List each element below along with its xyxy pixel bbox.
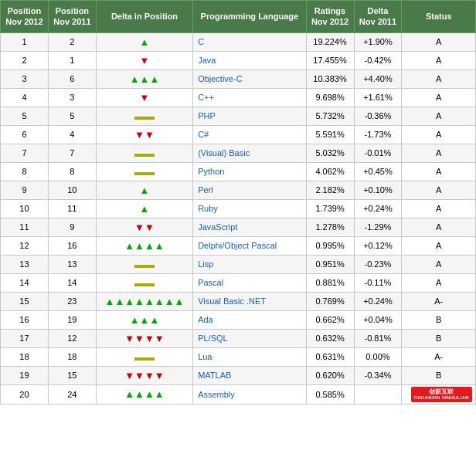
cell-pos-nov2011: 19 xyxy=(48,310,96,329)
table-row: 11 9 ▼▼ JavaScript 1.278% -1.29% A xyxy=(1,218,476,236)
cell-ratings: 9.698% xyxy=(306,88,354,107)
cell-pos-nov2012: 7 xyxy=(1,144,49,162)
header-pos-nov2012: PositionNov 2012 xyxy=(1,1,49,33)
cell-pos-nov2012: 17 xyxy=(1,329,49,347)
cell-delta-nov2011: -0.81% xyxy=(354,329,402,347)
cell-delta: ▼ xyxy=(96,88,192,107)
cell-language: Assembly xyxy=(193,384,306,405)
cell-ratings: 0.620% xyxy=(306,366,354,384)
cell-pos-nov2012: 2 xyxy=(1,51,49,69)
header-language: Programming Language xyxy=(193,1,306,33)
cell-delta-nov2011 xyxy=(354,384,402,405)
table-row: 17 12 ▼▼▼▼ PL/SQL 0.632% -0.81% B xyxy=(1,329,476,347)
cell-language: (Visual) Basic xyxy=(193,144,306,162)
cell-pos-nov2011: 4 xyxy=(48,125,96,144)
cell-pos-nov2011: 13 xyxy=(48,255,96,273)
table-row: 10 11 ▲ Ruby 1.739% +0.24% A xyxy=(1,199,476,218)
cell-delta-nov2011: +1.90% xyxy=(354,32,402,51)
cell-delta-nov2011: -1.73% xyxy=(354,125,402,144)
cell-ratings: 1.278% xyxy=(306,218,354,236)
cell-pos-nov2012: 14 xyxy=(1,273,49,292)
cell-delta-nov2011: -0.36% xyxy=(354,107,402,125)
cell-delta-nov2011: -0.23% xyxy=(354,255,402,273)
cell-pos-nov2012: 13 xyxy=(1,255,49,273)
cell-status: B xyxy=(402,329,476,347)
cell-pos-nov2011: 24 xyxy=(48,384,96,405)
cell-language: C xyxy=(193,32,306,51)
cell-delta: ▬▬ xyxy=(96,347,192,366)
cell-pos-nov2012: 12 xyxy=(1,236,49,255)
header-delta-pos: Delta in Position xyxy=(96,1,192,33)
cell-pos-nov2012: 1 xyxy=(1,32,49,51)
cell-status: A xyxy=(402,125,476,144)
cell-status: B xyxy=(402,366,476,384)
cell-language: Ada xyxy=(193,310,306,329)
cell-delta-nov2011: -0.01% xyxy=(354,144,402,162)
rankings-table: PositionNov 2012 PositionNov 2011 Delta … xyxy=(0,0,476,405)
cell-pos-nov2012: 6 xyxy=(1,125,49,144)
cell-status: A xyxy=(402,162,476,181)
cell-ratings: 0.995% xyxy=(306,236,354,255)
cell-ratings: 0.881% xyxy=(306,273,354,292)
cell-delta-nov2011: -0.11% xyxy=(354,273,402,292)
cell-delta: ▲▲▲ xyxy=(96,69,192,88)
cell-pos-nov2011: 15 xyxy=(48,366,96,384)
table-row: 1 2 ▲ C 19.224% +1.90% A xyxy=(1,32,476,51)
cell-ratings: 5.732% xyxy=(306,107,354,125)
cell-delta-nov2011: 0.00% xyxy=(354,347,402,366)
cell-ratings: 2.182% xyxy=(306,181,354,199)
cell-pos-nov2011: 18 xyxy=(48,347,96,366)
cell-status: 创新互联 CHUANXIN XINHULIAN xyxy=(402,384,476,405)
cell-pos-nov2012: 5 xyxy=(1,107,49,125)
cell-language: Ruby xyxy=(193,199,306,218)
cell-delta: ▲▲▲▲ xyxy=(96,236,192,255)
cell-ratings: 0.662% xyxy=(306,310,354,329)
table-row: 5 5 ▬▬ PHP 5.732% -0.36% A xyxy=(1,107,476,125)
cell-language: Java xyxy=(193,51,306,69)
cell-delta-nov2011: -1.29% xyxy=(354,218,402,236)
table-row: 2 1 ▼ Java 17.455% -0.42% A xyxy=(1,51,476,69)
cell-delta: ▲ xyxy=(96,181,192,199)
table-row: 14 14 ▬▬ Pascal 0.881% -0.11% A xyxy=(1,273,476,292)
table-row: 20 24 ▲▲▲▲ Assembly 0.585% 创新互联 CHUANXIN… xyxy=(1,384,476,405)
cell-pos-nov2011: 14 xyxy=(48,273,96,292)
cell-pos-nov2011: 7 xyxy=(48,144,96,162)
cell-language: C# xyxy=(193,125,306,144)
table-row: 18 18 ▬▬ Lua 0.631% 0.00% A- xyxy=(1,347,476,366)
cell-delta: ▼ xyxy=(96,51,192,69)
cell-delta-nov2011: +0.45% xyxy=(354,162,402,181)
cell-delta: ▼▼▼▼ xyxy=(96,329,192,347)
cell-status: A xyxy=(402,273,476,292)
cell-ratings: 0.632% xyxy=(306,329,354,347)
cell-delta: ▼▼ xyxy=(96,218,192,236)
table-row: 8 8 ▬▬ Python 4.062% +0.45% A xyxy=(1,162,476,181)
cell-language: Delphi/Object Pascal xyxy=(193,236,306,255)
cell-language: Objective-C xyxy=(193,69,306,88)
table-row: 7 7 ▬▬ (Visual) Basic 5.032% -0.01% A xyxy=(1,144,476,162)
cell-status: A xyxy=(402,88,476,107)
cell-language: PL/SQL xyxy=(193,329,306,347)
cell-status: A xyxy=(402,199,476,218)
cell-pos-nov2011: 12 xyxy=(48,329,96,347)
cell-status: A- xyxy=(402,292,476,310)
cell-pos-nov2012: 11 xyxy=(1,218,49,236)
cell-pos-nov2012: 15 xyxy=(1,292,49,310)
cell-ratings: 10.383% xyxy=(306,69,354,88)
cell-language: C++ xyxy=(193,88,306,107)
cell-ratings: 4.062% xyxy=(306,162,354,181)
cell-status: A xyxy=(402,69,476,88)
table-row: 9 10 ▲ Perl 2.182% +0.10% A xyxy=(1,181,476,199)
cell-delta-nov2011: +0.24% xyxy=(354,292,402,310)
cell-ratings: 0.631% xyxy=(306,347,354,366)
cell-delta-nov2011: +0.10% xyxy=(354,181,402,199)
cell-ratings: 19.224% xyxy=(306,32,354,51)
cell-pos-nov2011: 8 xyxy=(48,162,96,181)
cell-language: MATLAB xyxy=(193,366,306,384)
cell-delta: ▲▲▲▲ xyxy=(96,384,192,405)
cell-language: Python xyxy=(193,162,306,181)
cell-language: Visual Basic .NET xyxy=(193,292,306,310)
cell-delta: ▬▬ xyxy=(96,273,192,292)
cell-delta-nov2011: +4.40% xyxy=(354,69,402,88)
cell-status: B xyxy=(402,310,476,329)
table-row: 13 13 ▬▬ Lisp 0.951% -0.23% A xyxy=(1,255,476,273)
